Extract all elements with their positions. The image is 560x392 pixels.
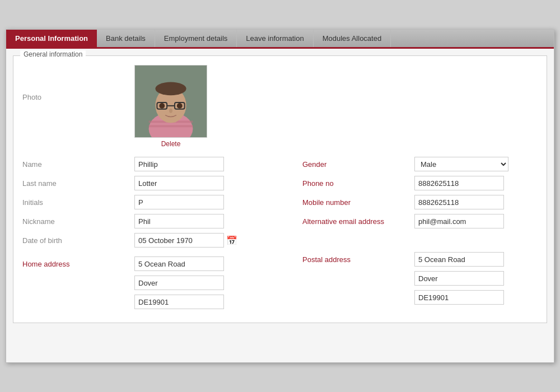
home-address-line3-input[interactable]: [134, 295, 224, 309]
delete-photo-link[interactable]: Delete: [161, 140, 181, 148]
phone-input[interactable]: [414, 176, 504, 190]
home-address-line1-input[interactable]: [134, 256, 224, 271]
dob-row: Date of birth 📅: [22, 233, 280, 248]
alt-email-label: Alternative email address: [302, 217, 414, 226]
phone-row: Phone no: [302, 176, 538, 190]
mobile-row: Mobile number: [302, 195, 538, 209]
date-row: 📅: [134, 233, 237, 248]
postal-address-line3-row: [302, 290, 538, 305]
gender-select[interactable]: Male Female Other: [414, 157, 508, 171]
tab-personal-information[interactable]: Personal Information: [6, 30, 97, 47]
postal-address-line2-input[interactable]: [414, 271, 504, 286]
svg-rect-3: [149, 125, 193, 127]
initials-label: Initials: [22, 198, 134, 207]
tab-employment-details[interactable]: Employment details: [155, 30, 237, 47]
app-container: Personal Information Bank details Employ…: [6, 29, 554, 363]
initials-row: Initials: [22, 195, 280, 209]
home-address-line3-row: [22, 295, 280, 309]
name-input[interactable]: [134, 157, 224, 171]
tab-leave-information[interactable]: Leave information: [237, 30, 313, 47]
phone-label: Phone no: [302, 179, 414, 188]
photo-label: Photo: [22, 65, 134, 101]
svg-point-11: [177, 103, 183, 109]
home-address-row: Home address: [22, 256, 280, 271]
general-information-section: General information Photo: [13, 55, 547, 323]
form-grid: Name Last name Initials Nickname: [22, 157, 538, 314]
name-row: Name: [22, 157, 280, 171]
photo-section: Photo: [22, 65, 538, 148]
postal-address-line2-row: [302, 271, 538, 286]
form-right-column: Gender Male Female Other Phone no Mobile…: [280, 157, 538, 314]
alt-email-row: Alternative email address: [302, 214, 538, 228]
dob-label: Date of birth: [22, 236, 134, 245]
lastname-row: Last name: [22, 176, 280, 190]
home-address-line2-row: [22, 276, 280, 290]
mobile-input[interactable]: [414, 195, 504, 209]
nickname-label: Nickname: [22, 217, 134, 226]
name-label: Name: [22, 160, 134, 169]
gender-row: Gender Male Female Other: [302, 157, 538, 171]
postal-address-row: Postal address: [302, 252, 538, 267]
calendar-icon[interactable]: 📅: [226, 235, 237, 246]
postal-address-label: Postal address: [302, 255, 414, 264]
dob-input[interactable]: [134, 233, 224, 248]
home-address-line2-input[interactable]: [134, 276, 224, 290]
tab-modules-allocated[interactable]: Modules Allocated: [314, 30, 391, 47]
photo-container: Delete: [134, 65, 207, 148]
svg-point-6: [155, 82, 186, 96]
initials-input[interactable]: [134, 195, 224, 209]
nickname-input[interactable]: [134, 214, 224, 228]
gender-label: Gender: [302, 160, 414, 169]
lastname-input[interactable]: [134, 176, 224, 190]
person-photo-svg: [135, 65, 207, 138]
postal-address-line1-input[interactable]: [414, 252, 504, 267]
mobile-label: Mobile number: [302, 198, 414, 207]
content-area: General information Photo: [6, 49, 554, 362]
form-left-column: Name Last name Initials Nickname: [22, 157, 280, 314]
tab-bank-details[interactable]: Bank details: [97, 30, 155, 47]
tab-bar: Personal Information Bank details Employ…: [6, 30, 554, 49]
postal-address-line3-input[interactable]: [414, 290, 504, 305]
svg-point-10: [159, 103, 165, 109]
photo-placeholder: [134, 65, 207, 138]
svg-point-12: [169, 109, 172, 113]
home-address-label: Home address: [22, 260, 134, 268]
section-legend: General information: [20, 50, 86, 58]
lastname-label: Last name: [22, 179, 134, 188]
alt-email-input[interactable]: [414, 214, 504, 228]
nickname-row: Nickname: [22, 214, 280, 228]
